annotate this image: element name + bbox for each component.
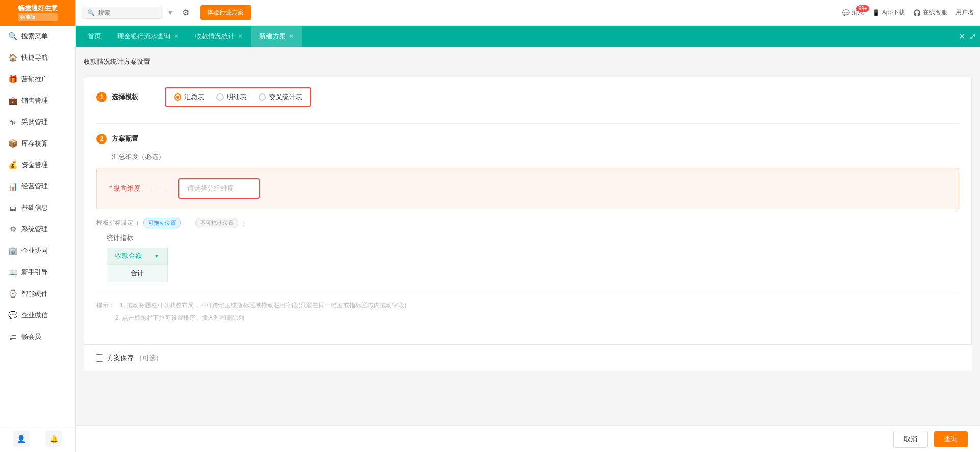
step1-header: 1 选择模板 汇总表明细表交叉统计表: [96, 87, 959, 107]
metrics-header-row: 收款金额 ▼: [107, 248, 168, 264]
sidebar-item-purchase[interactable]: 🛍采购管理: [0, 111, 75, 133]
tab-close-cash-flow[interactable]: ✕: [174, 33, 179, 40]
sidebar-item-basic[interactable]: 🗂基础信息: [0, 197, 75, 219]
step2-title: 方案配置: [112, 134, 138, 144]
step2-section: 2 方案配置 汇总维度（必选） * 纵向维度 —— 请选择分组维度 模板指标设定…: [96, 134, 959, 324]
sidebar-label-purchase: 采购管理: [21, 117, 67, 127]
tab-cash-flow[interactable]: 现金银行流水查询✕: [109, 26, 187, 47]
dimension-row: * 纵向维度 —— 请选择分组维度: [109, 178, 946, 199]
sidebar-icon-sales: 💼: [8, 96, 17, 105]
sidebar-item-wechat[interactable]: 💬企业微信: [0, 304, 75, 326]
tab-collection-stats[interactable]: 收款情况统计✕: [187, 26, 251, 47]
app-icon: 📱: [872, 9, 880, 16]
step1-title: 选择模板: [112, 92, 138, 102]
sidebar-icon-marketing: 🎁: [8, 75, 17, 84]
sidebar-item-inventory[interactable]: 📦库存核算: [0, 133, 75, 154]
search-icon: 🔍: [87, 9, 95, 16]
sidebar-item-operations[interactable]: 📊经营管理: [0, 176, 75, 197]
maximize-button[interactable]: ⤢: [969, 32, 976, 41]
sidebar-label-operations: 经营管理: [21, 182, 67, 191]
sidebar-label-sales: 销售管理: [21, 96, 67, 105]
sidebar-label-search: 搜索菜单: [21, 32, 67, 41]
search-input[interactable]: [98, 9, 159, 16]
dim-placeholder-text: 请选择分组维度: [187, 184, 234, 193]
step2-badge: 2: [96, 134, 107, 144]
step1-section: 1 选择模板 汇总表明细表交叉统计表: [96, 87, 959, 124]
radio-group-detail[interactable]: 明细表: [216, 92, 247, 102]
sidebar-item-system[interactable]: ⚙系统管理: [0, 219, 75, 240]
notification-item[interactable]: 💬 消息 99+: [842, 8, 864, 17]
sidebar-item-sales[interactable]: 💼销售管理: [0, 90, 75, 111]
dimension-selector[interactable]: 请选择分组维度: [178, 178, 260, 199]
metrics-total-cell: 合计: [107, 264, 168, 282]
sidebar-bottom-icon-2[interactable]: 🔔: [45, 431, 62, 447]
hint-not-draggable: 不可拖动位置: [195, 218, 238, 228]
logo-text: 畅捷通好生意: [18, 4, 58, 12]
cancel-button[interactable]: 取消: [893, 431, 928, 448]
sidebar-bottom-icon-1[interactable]: 👤: [13, 431, 30, 447]
tip1: 提示： 1. 拖动标题栏可以调整布局，不可跨维度或指标区域拖动栏目字段(只能在同…: [96, 299, 959, 312]
tab-close-collection-stats[interactable]: ✕: [238, 33, 243, 40]
radio-label-detail: 明细表: [227, 92, 247, 102]
save-label: 方案保存 （可选）: [107, 353, 162, 363]
sidebar-item-quick-nav[interactable]: 🏠快捷导航: [0, 47, 75, 68]
dimension-arrow: ——: [153, 185, 166, 193]
tab-new-plan[interactable]: 新建方案✕: [251, 26, 302, 47]
sidebar-icon-search: 🔍: [8, 32, 17, 41]
config-card: 1 选择模板 汇总表明细表交叉统计表 2 方案配置 汇总维度（必选） * 纵向维…: [84, 77, 972, 345]
save-checkbox[interactable]: [96, 354, 103, 362]
sidebar-label-quick-nav: 快捷导航: [21, 53, 67, 62]
tips-label: 提示：: [96, 302, 118, 309]
tip2: 2. 点击标题栏下拉可设置排序、插入列和删除列: [96, 312, 959, 324]
notification-icon: 💬: [842, 9, 850, 16]
header-search-box[interactable]: 🔍: [82, 7, 163, 19]
radio-btn-detail[interactable]: [216, 93, 224, 101]
save-option-row: 方案保存 （可选）: [84, 345, 972, 371]
sidebar-item-member[interactable]: 🏷畅会员: [0, 326, 75, 347]
footer: 取消 查询: [76, 425, 980, 452]
metrics-title: 统计指标: [107, 233, 959, 243]
tabbar-right: ✕ ⤢: [959, 32, 976, 41]
tab-label-home: 首页: [88, 32, 101, 41]
tab-label-cash-flow: 现金银行流水查询: [117, 32, 170, 41]
trial-button[interactable]: 体验行业方案: [200, 5, 251, 20]
page-title: 收款情况统计方案设置: [84, 55, 972, 68]
sidebar-item-hardware[interactable]: ⌚智能硬件: [0, 283, 75, 304]
sidebar-icon-guide: 📖: [8, 268, 17, 277]
radio-group-cross[interactable]: 交叉统计表: [259, 92, 302, 102]
radio-btn-cross[interactable]: [259, 93, 266, 101]
sidebar-item-search[interactable]: 🔍搜索菜单: [0, 26, 75, 47]
edition-badge: 标准版: [18, 13, 58, 21]
sidebar-icon-inventory: 📦: [8, 139, 17, 148]
tab-home[interactable]: 首页: [80, 26, 109, 47]
online-service-item[interactable]: 🎧 在线客服: [913, 8, 947, 17]
sidebar-bottom: 👤 🔔: [0, 425, 75, 452]
metrics-col-header[interactable]: 收款金额 ▼: [107, 248, 168, 264]
header-right: 💬 消息 99+ 📱 App下载 🎧 在线客服 用户名: [842, 8, 974, 17]
sidebar-item-finance[interactable]: 💰资金管理: [0, 154, 75, 176]
metrics-dropdown-arrow: ▼: [154, 253, 159, 259]
sidebar-icon-finance: 💰: [8, 160, 17, 170]
app-download-item[interactable]: 📱 App下载: [872, 8, 905, 17]
radio-btn-summary[interactable]: [174, 93, 181, 101]
close-window-button[interactable]: ✕: [959, 32, 965, 41]
step1-badge: 1: [96, 92, 107, 102]
dimension-area: * 纵向维度 —— 请选择分组维度: [96, 168, 959, 209]
sidebar-label-basic: 基础信息: [21, 203, 67, 212]
tab-close-new-plan[interactable]: ✕: [289, 33, 294, 40]
query-button[interactable]: 查询: [934, 431, 968, 447]
metrics-config: 模板指标设定（ 可拖动位置 不可拖动位置 ） 统计指标 收款金额 ▼: [96, 218, 959, 282]
sidebar-label-marketing: 营销推广: [21, 75, 67, 84]
radio-label-summary: 汇总表: [184, 92, 204, 102]
tab-label-collection-stats: 收款情况统计: [195, 32, 235, 41]
tips-section: 提示： 1. 拖动标题栏可以调整布局，不可跨维度或指标区域拖动栏目字段(只能在同…: [96, 291, 959, 324]
sidebar-label-wechat: 企业微信: [21, 311, 67, 320]
sidebar-item-guide[interactable]: 📖新手引导: [0, 261, 75, 283]
sidebar-icon-member: 🏷: [8, 332, 17, 341]
sidebar-item-enterprise[interactable]: 🏢企业协同: [0, 240, 75, 261]
radio-group-summary[interactable]: 汇总表: [174, 92, 204, 102]
header-dropdown-arrow[interactable]: ▼: [167, 9, 174, 16]
sidebar-item-marketing[interactable]: 🎁营销推广: [0, 68, 75, 90]
sidebar-label-guide: 新手引导: [21, 268, 67, 277]
gear-icon[interactable]: ⚙: [178, 5, 194, 21]
